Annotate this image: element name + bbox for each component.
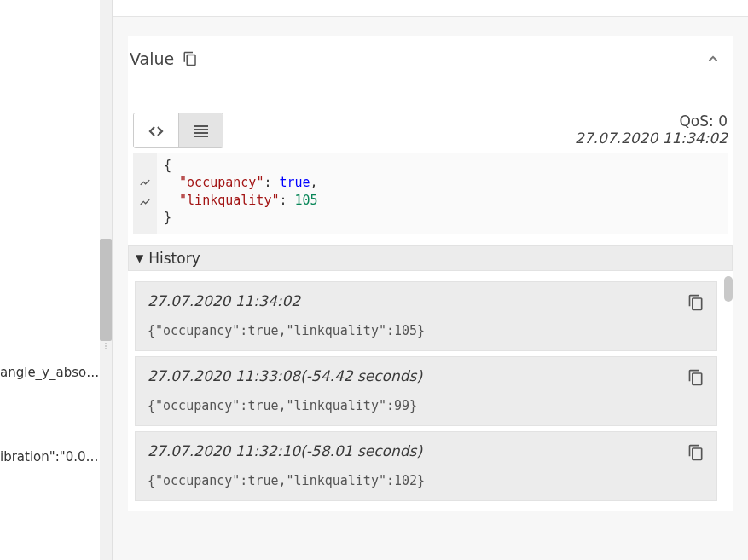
raw-view-button[interactable] (134, 113, 178, 148)
qos-label: QoS: 0 (575, 113, 728, 130)
history-item-timestamp: 27.07.2020 11:34:02 (148, 292, 705, 309)
chevron-up-icon (705, 51, 721, 66)
chart-icon[interactable] (133, 176, 157, 193)
top-divider (113, 0, 748, 17)
sidebar-scrollbar[interactable] (100, 0, 112, 560)
formatted-view-button[interactable] (178, 113, 223, 148)
copy-icon[interactable] (687, 444, 705, 461)
code-body: { occupancy: true, linkquality: 105 } (157, 153, 728, 234)
value-timestamp: 27.07.2020 11:34:02 (575, 130, 728, 147)
history-item: 27.07.2020 11:33:08(-54.42 seconds) {"oc… (135, 356, 717, 426)
value-panel-header: Value (128, 36, 733, 75)
history-section-header[interactable]: ▼ History (128, 245, 733, 271)
json-key: linkquality (179, 193, 279, 208)
scrollbar-thumb[interactable] (100, 239, 112, 341)
history-title: History (148, 250, 200, 267)
code-icon (146, 121, 166, 141)
value-panel: Value (128, 36, 733, 511)
history-item-timestamp: 27.07.2020 11:33:08(-54.42 seconds) (148, 367, 705, 384)
history-item: 27.07.2020 11:34:02 {"occupancy":true,"l… (135, 281, 717, 351)
lines-icon (191, 121, 212, 141)
json-value: 105 (295, 193, 318, 208)
copy-icon[interactable] (183, 51, 198, 66)
app-root: angle_y_absolut... ibration":"0.0","... … (0, 0, 748, 560)
history-scrollbar[interactable] (724, 276, 733, 302)
history-item-payload: {"occupancy":true,"linkquality":102} (148, 473, 705, 488)
history-item-payload: {"occupancy":true,"linkquality":99} (148, 398, 705, 413)
json-key: occupancy (179, 175, 264, 190)
copy-icon[interactable] (687, 369, 705, 386)
chart-icon[interactable] (133, 196, 157, 213)
history-item-timestamp: 27.07.2020 11:32:10(-58.01 seconds) (148, 442, 705, 459)
value-json-block: { occupancy: true, linkquality: 105 } (133, 153, 728, 234)
main-content: Value (113, 0, 748, 560)
value-meta: QoS: 0 27.07.2020 11:34:02 (575, 113, 728, 147)
panel-title: Value (130, 49, 174, 68)
sidebar: angle_y_absolut... ibration":"0.0","... (0, 0, 113, 560)
code-gutter (133, 153, 157, 234)
history-list: 27.07.2020 11:34:02 {"occupancy":true,"l… (128, 271, 733, 511)
collapse-panel-button[interactable] (702, 48, 724, 70)
copy-icon[interactable] (687, 294, 705, 311)
value-meta-row: QoS: 0 27.07.2020 11:34:02 (128, 75, 733, 153)
history-item: 27.07.2020 11:32:10(-58.01 seconds) {"oc… (135, 431, 717, 501)
triangle-down-icon: ▼ (136, 252, 143, 264)
json-value: true (279, 175, 310, 190)
sidebar-item[interactable]: angle_y_absolut... (0, 365, 101, 380)
history-item-payload: {"occupancy":true,"linkquality":105} (148, 323, 705, 338)
view-mode-toggle (133, 113, 223, 148)
splitter-grip-icon[interactable] (100, 341, 112, 351)
sidebar-item[interactable]: ibration":"0.0","... (0, 449, 101, 465)
